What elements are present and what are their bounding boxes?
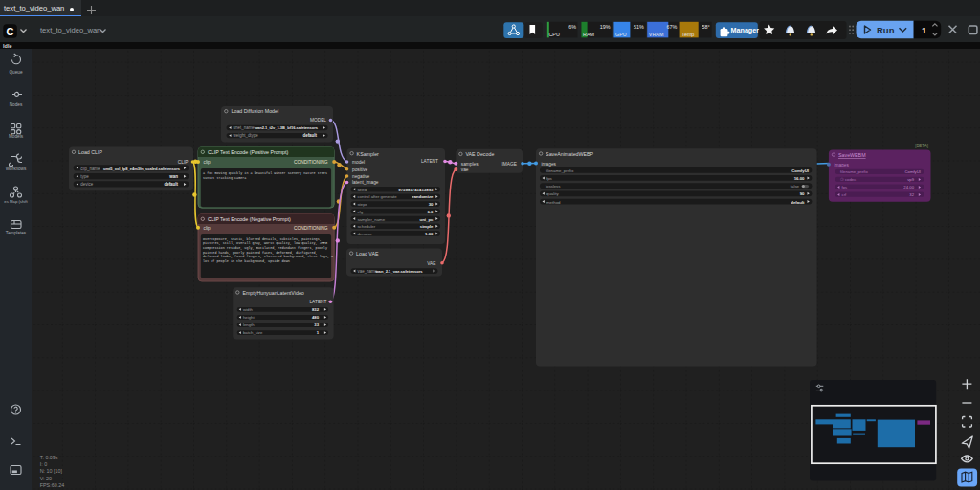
svg-text:SaveAnimatedWEBP: SaveAnimatedWEBP [546,151,594,157]
svg-text:Queue: Queue [9,70,22,75]
svg-text:[BETA]: [BETA] [915,144,928,148]
svg-text:1.00: 1.00 [425,232,434,236]
svg-text:steps: steps [357,202,368,207]
svg-text:umt5_xxl_fp8_e4m3fn_scaled.saf: umt5_xxl_fp8_e4m3fn_scaled.safetensors [103,167,181,171]
svg-text:positive: positive [352,167,368,172]
svg-text:I: 0: I: 0 [40,461,48,467]
svg-text:Load VAE: Load VAE [356,251,379,256]
svg-text:V: 20: V: 20 [40,476,52,481]
svg-text:width: width [243,307,254,312]
svg-text:C: C [7,26,14,37]
svg-text:device: device [80,182,93,187]
svg-text:1: 1 [922,25,927,35]
svg-text:CONDITIONING: CONDITIONING [294,226,328,231]
svg-text:Overexposure, static, blurred: Overexposure, static, blurred details, s… [203,237,322,241]
svg-text:90: 90 [800,191,805,196]
svg-text:CLIP: CLIP [178,160,189,165]
svg-text:length: length [243,323,255,327]
svg-text:filename_prefix: filename_prefix [840,169,869,174]
svg-text:Models: Models [9,134,24,139]
svg-text:vae: vae [461,167,469,172]
svg-text:es Map (shift: es Map (shift [4,199,28,204]
svg-text:default: default [164,182,178,187]
svg-text:Templates: Templates [6,231,27,235]
svg-text:type: type [80,174,89,179]
svg-text:30: 30 [429,202,434,207]
svg-text:67%: 67% [666,24,677,30]
svg-text:IMAGE: IMAGE [502,162,517,167]
svg-text:KSampler: KSampler [357,151,379,157]
svg-text:negative: negative [352,174,369,179]
svg-text:⚆ codec: ⚆ codec [840,177,857,182]
svg-text:text_to_video_wan: text_to_video_wan [40,26,100,34]
svg-text:latent_image: latent_image [352,180,379,185]
svg-text:N: 10 [10]: N: 10 [10] [40,468,63,474]
svg-text:Workflows: Workflows [6,167,27,171]
svg-text:ComfyUI: ComfyUI [791,168,809,173]
svg-text:CPU: CPU [548,32,559,37]
svg-text:lot of people in the backgroun: lot of people in the background, upside … [203,259,290,263]
svg-text:VAE Decode: VAE Decode [465,151,494,157]
svg-text:pictures, still, overall gray,: pictures, still, overall gray, worst qua… [203,241,327,245]
svg-text:default: default [791,200,805,205]
svg-text:method: method [546,200,561,205]
svg-text:CLIP Text Encode (Negative Pro: CLIP Text Encode (Negative Prompt) [208,216,291,222]
svg-text:33: 33 [314,323,319,327]
svg-text:wan: wan [168,174,178,179]
svg-text:cfg: cfg [357,210,363,214]
svg-text:Manager: Manager [731,26,760,34]
svg-text:uni_pc: uni_pc [420,217,434,222]
svg-text:crf: crf [842,192,848,197]
svg-text:19%: 19% [600,24,611,30]
svg-text:model: model [352,160,365,165]
svg-text:CLIP Text Encode (Positive Pro: CLIP Text Encode (Positive Prompt) [208,149,289,155]
svg-text:randomize: randomize [412,194,434,199]
svg-text:832: 832 [312,307,320,312]
svg-text:images: images [834,163,849,167]
svg-text:vp9: vp9 [907,177,914,182]
svg-text:seed: seed [357,188,367,192]
svg-text:EmptyHunyuanLatentVideo: EmptyHunyuanLatentVideo [242,290,303,296]
svg-text:clip: clip [204,226,212,231]
svg-text:16.00: 16.00 [794,176,805,181]
svg-text:GPU: GPU [615,32,627,37]
svg-text:denoise: denoise [357,232,372,236]
svg-text:LATENT: LATENT [309,300,326,304]
svg-text:RAM: RAM [583,32,594,37]
svg-text:VAE: VAE [427,261,435,266]
svg-text:T: 0.09s: T: 0.09s [40,455,58,460]
svg-text:a fox moving quickly in a beau: a fox moving quickly in a beautiful wint… [203,171,327,175]
svg-text:Load Diffusion Model: Load Diffusion Model [232,108,279,114]
svg-text:FPS:60.24: FPS:60.24 [40,482,64,488]
svg-text:default: default [302,133,317,138]
svg-text:CONDITIONING: CONDITIONING [294,160,328,165]
svg-text:painted hands, poorly painted: painted hands, poorly painted faces, def… [203,251,318,255]
svg-text:clip_name: clip_name [80,167,100,171]
svg-text:lossless: lossless [546,184,561,189]
svg-text:LATENT: LATENT [421,159,438,164]
svg-text:Temp: Temp [681,32,694,37]
svg-text:height: height [243,315,255,320]
svg-text:compression residue, ugly, mut: compression residue, ugly, mutilated, re… [203,246,327,250]
svg-text:filename_prefix: filename_prefix [546,168,574,173]
svg-text:SaveWEBM: SaveWEBM [838,152,866,158]
svg-text:24.00: 24.00 [903,185,914,189]
svg-text:6.0: 6.0 [427,210,434,214]
svg-text:51%: 51% [634,24,644,30]
svg-text:fps: fps [546,176,553,181]
svg-text:simple: simple [420,224,434,229]
svg-text:batch_size: batch_size [243,330,263,335]
svg-text:Run: Run [877,25,895,35]
svg-text:975981741413893: 975981741413893 [398,188,434,192]
svg-text:fps: fps [842,185,848,189]
svg-text:false: false [791,184,800,189]
svg-text:scheduler: scheduler [357,224,375,229]
svg-text:unet_name: unet_name [234,125,256,130]
svg-text:wan_2.1_vae.safetensors: wan_2.1_vae.safetensors [374,269,423,274]
svg-text:480: 480 [312,315,320,320]
svg-text:6%: 6% [568,24,576,30]
svg-text:sunset tracking camera: sunset tracking camera [203,176,246,180]
svg-text:58°: 58° [702,24,709,30]
svg-text:control after generate: control after generate [357,194,397,199]
svg-text:weight_dtype: weight_dtype [234,133,259,138]
